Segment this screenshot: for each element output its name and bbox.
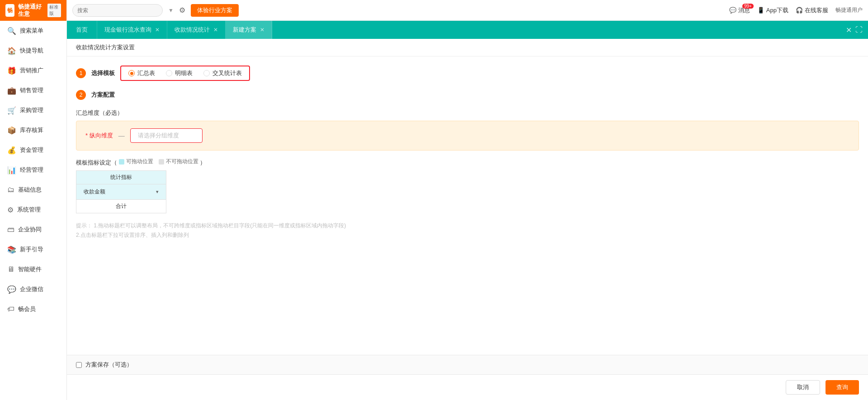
app-icon: 📱 <box>757 7 764 14</box>
tab-bank-flow-label: 现金银行流水查询 <box>104 26 151 34</box>
non-draggable-dot <box>159 159 164 165</box>
basic-info-icon: 🗂 <box>7 186 14 194</box>
sidebar-item-label: 基础信息 <box>18 186 42 194</box>
step1-label: 选择模板 <box>91 69 115 77</box>
sidebar-item-corp-wechat[interactable]: 💬 企业微信 <box>0 279 66 299</box>
newbie-icon: 📚 <box>7 245 16 254</box>
message-badge: 99+ <box>742 4 754 9</box>
total-label: 合计 <box>116 203 127 209</box>
legend-non-draggable: 不可拖动位置 <box>159 158 198 165</box>
sidebar-item-marketing[interactable]: 🎁 营销推广 <box>0 61 66 80</box>
trial-button[interactable]: 体验行业方案 <box>191 4 239 17</box>
logo-name: 畅捷通好生意 <box>18 3 44 17</box>
sidebar: 畅 畅捷通好生意 标准版 🔍 搜索菜单 🏠 快捷导航 🎁 营销推广 💼 销售管理… <box>0 0 67 400</box>
dim-section: 汇总维度（必选） * 纵向维度 — 请选择分组维度 <box>76 109 859 151</box>
message-icon: 💬 <box>729 7 736 14</box>
tab-collection-stat-close-icon[interactable]: ✕ <box>213 27 218 33</box>
sidebar-item-label: 经营管理 <box>20 166 43 174</box>
tab-bank-flow[interactable]: 现金银行流水查询 ✕ <box>97 21 167 39</box>
sidebar-item-inventory[interactable]: 📦 库存核算 <box>0 120 66 140</box>
sidebar-nav: 🔍 搜索菜单 🏠 快捷导航 🎁 营销推广 💼 销售管理 🛒 采购管理 📦 库存核… <box>0 21 66 400</box>
radio-cross-circle <box>203 70 210 76</box>
step1-row: 1 选择模板 汇总表 明细表 交叉统计表 <box>76 66 859 81</box>
save-checkbox[interactable] <box>76 362 82 368</box>
step1-number: 1 <box>76 68 86 78</box>
dropdown-arrow-icon[interactable]: ▼ <box>168 7 174 14</box>
sidebar-item-member[interactable]: 🏷 畅会员 <box>0 299 66 319</box>
tab-new-plan-close-icon[interactable]: ✕ <box>260 27 264 33</box>
tabbar: 首页 现金银行流水查询 ✕ 收款情况统计 ✕ 新建方案 ✕ ✕ ⛶ <box>67 21 868 39</box>
online-service-button[interactable]: 🎧 在线客服 <box>796 6 828 14</box>
inventory-icon: 📦 <box>7 126 16 135</box>
sidebar-item-quick-nav[interactable]: 🏠 快捷导航 <box>0 41 66 61</box>
topbar-right: 💬 消息 99+ 📱 App下载 🎧 在线客服 畅捷通用户 <box>729 6 863 14</box>
sidebar-item-label: 资金管理 <box>20 146 43 154</box>
tab-new-plan[interactable]: 新建方案 ✕ <box>226 21 272 39</box>
breadcrumb: 收款情况统计方案设置 <box>76 44 135 51</box>
step2-label: 方案配置 <box>91 91 115 99</box>
radio-summary-circle <box>128 70 135 76</box>
sidebar-item-smart-hw[interactable]: 🖥 智能硬件 <box>0 259 66 279</box>
sidebar-item-system[interactable]: ⚙ 系统管理 <box>0 200 66 220</box>
sidebar-logo: 畅 畅捷通好生意 标准版 <box>0 0 66 21</box>
radio-detail[interactable]: 明细表 <box>166 69 193 77</box>
cancel-button[interactable]: 取消 <box>786 380 820 395</box>
search-menu-icon: 🔍 <box>7 27 16 35</box>
sidebar-item-label: 企业协同 <box>18 226 42 234</box>
legend-draggable: 可拖动位置 <box>119 158 153 165</box>
draggable-dot <box>119 159 124 165</box>
radio-cross[interactable]: 交叉统计表 <box>203 69 242 77</box>
service-label: 在线客服 <box>805 6 828 14</box>
sidebar-item-label: 畅会员 <box>18 305 36 313</box>
member-icon: 🏷 <box>7 305 14 313</box>
corp-wechat-icon: 💬 <box>7 285 16 294</box>
tab-home[interactable]: 首页 <box>67 21 97 39</box>
footer-bar: 取消 查询 <box>67 374 868 400</box>
step2-number: 2 <box>76 90 86 100</box>
sidebar-item-label: 库存核算 <box>20 126 43 134</box>
amount-cell[interactable]: 收款金额 ▾ <box>76 184 166 199</box>
dim-box: * 纵向维度 — 请选择分组维度 <box>76 121 859 151</box>
maximize-icon[interactable]: ⛶ <box>855 26 863 34</box>
tab-bank-flow-close-icon[interactable]: ✕ <box>155 27 160 33</box>
save-row: 方案保存（可选） <box>67 355 868 374</box>
tip-2: 2.点击标题栏下拉可设置排序、插入列和删除列 <box>76 231 859 239</box>
quick-nav-icon: 🏠 <box>7 47 16 55</box>
tab-collection-stat[interactable]: 收款情况统计 ✕ <box>167 21 226 39</box>
metrics-title: 模板指标设定（ 可拖动位置 不可拖动位置 ） <box>76 158 206 167</box>
radio-summary[interactable]: 汇总表 <box>128 69 155 77</box>
search-input[interactable] <box>72 4 163 17</box>
sidebar-item-newbie[interactable]: 📚 新手引导 <box>0 240 66 259</box>
system-icon: ⚙ <box>7 206 14 214</box>
sidebar-item-purchase[interactable]: 🛒 采购管理 <box>0 100 66 120</box>
tabbar-actions: ✕ ⛶ <box>840 21 868 39</box>
amount-label: 收款金额 <box>84 188 105 196</box>
gear-icon[interactable]: ⚙ <box>179 6 185 14</box>
sidebar-item-label: 企业微信 <box>20 285 43 293</box>
radio-detail-label: 明细表 <box>175 69 193 77</box>
metrics-header: 模板指标设定（ 可拖动位置 不可拖动位置 ） <box>76 158 859 167</box>
minimize-icon[interactable]: ✕ <box>846 26 852 34</box>
metrics-column-header: 统计指标 <box>76 170 166 184</box>
dim-dropdown[interactable]: 请选择分组维度 <box>130 128 203 143</box>
page-header: 收款情况统计方案设置 <box>67 39 868 56</box>
sidebar-item-operation[interactable]: 📊 经营管理 <box>0 160 66 180</box>
logo-badge: 标准版 <box>47 4 61 17</box>
sidebar-item-corp-collab[interactable]: 🗃 企业协同 <box>0 220 66 240</box>
metrics-table-wrap: 统计指标 收款金额 ▾ <box>76 170 166 213</box>
operation-icon: 📊 <box>7 166 16 174</box>
sidebar-item-sales[interactable]: 💼 销售管理 <box>0 80 66 100</box>
purchase-icon: 🛒 <box>7 106 16 115</box>
query-button[interactable]: 查询 <box>826 380 859 395</box>
app-download-button[interactable]: 📱 App下载 <box>757 6 788 14</box>
amount-dropdown-icon[interactable]: ▾ <box>156 189 159 195</box>
sidebar-item-search-menu[interactable]: 🔍 搜索菜单 <box>0 21 66 41</box>
topbar: ▼ ⚙ 体验行业方案 💬 消息 99+ 📱 App下载 🎧 在线客服 畅捷通用户 <box>67 0 868 21</box>
sidebar-item-finance[interactable]: 💰 资金管理 <box>0 140 66 160</box>
tab-collection-stat-label: 收款情况统计 <box>175 26 210 34</box>
username-label: 畅捷通用户 <box>835 6 863 14</box>
smart-hw-icon: 🖥 <box>7 265 14 273</box>
vertical-dim-label: * 纵向维度 <box>85 132 113 140</box>
sidebar-item-basic-info[interactable]: 🗂 基础信息 <box>0 180 66 200</box>
message-button[interactable]: 💬 消息 99+ <box>729 6 750 14</box>
